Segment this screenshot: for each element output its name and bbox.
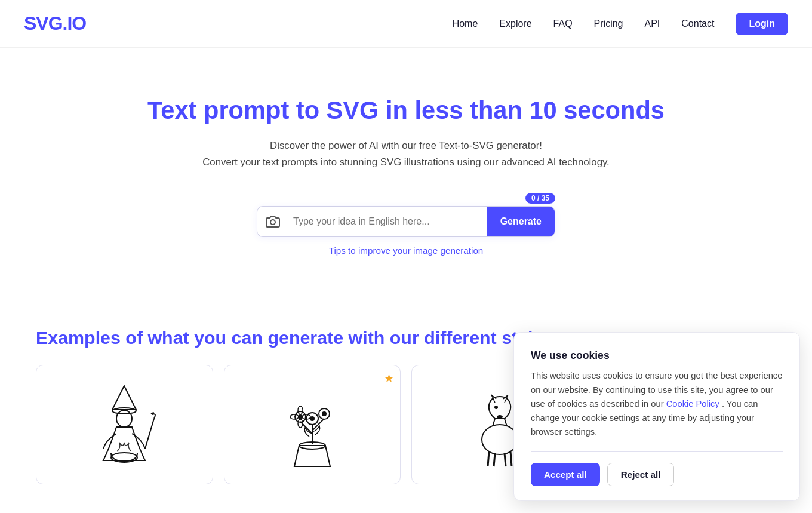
- svg-line-23: [488, 451, 489, 466]
- svg-point-22: [497, 415, 503, 419]
- reject-all-button[interactable]: Reject all: [607, 463, 675, 486]
- nav-links: Home Explore FAQ Pricing API Contact Log…: [453, 13, 788, 35]
- svg-point-20: [482, 425, 518, 454]
- site-logo[interactable]: SVG.IO: [24, 13, 86, 35]
- svg-point-16: [298, 406, 303, 414]
- svg-line-5: [145, 419, 154, 449]
- svg-line-25: [505, 453, 506, 466]
- hero-title: Text prompt to SVG in less than 10 secon…: [12, 96, 800, 125]
- nav-api[interactable]: API: [645, 19, 660, 29]
- tips-link[interactable]: Tips to improve your image generation: [329, 245, 484, 256]
- cookie-body: This website uses cookies to ensure you …: [531, 369, 783, 440]
- svg-line-24: [494, 453, 495, 466]
- generate-button[interactable]: Generate: [487, 207, 555, 236]
- example-card-witch: [36, 365, 213, 484]
- svg-point-0: [270, 220, 275, 225]
- cookie-divider: [531, 451, 783, 452]
- accept-all-button[interactable]: Accept all: [531, 463, 600, 486]
- camera-icon: [266, 214, 280, 229]
- svg-point-3: [116, 410, 132, 427]
- navbar: SVG.IO Home Explore FAQ Pricing API Cont…: [0, 0, 812, 48]
- svg-line-26: [510, 451, 512, 466]
- nav-home[interactable]: Home: [453, 19, 478, 29]
- nav-contact[interactable]: Contact: [681, 19, 714, 29]
- nav-explore[interactable]: Explore: [499, 19, 531, 29]
- login-button[interactable]: Login: [736, 13, 788, 35]
- svg-line-8: [300, 422, 312, 434]
- char-counter: 0 / 35: [525, 193, 555, 204]
- cookie-banner: We use cookies This website uses cookies…: [513, 332, 800, 501]
- svg-marker-1: [112, 386, 136, 410]
- witch-illustration: [88, 383, 160, 466]
- nav-pricing[interactable]: Pricing: [594, 19, 623, 29]
- cookie-buttons: Accept all Reject all: [531, 463, 783, 486]
- nav-faq[interactable]: FAQ: [553, 19, 573, 29]
- hero-subtitle2: Convert your text prompts into stunning …: [12, 154, 800, 171]
- cookie-policy-link[interactable]: Cookie Policy: [666, 399, 719, 408]
- cookie-title: We use cookies: [531, 349, 783, 362]
- input-box: Generate: [257, 206, 555, 237]
- flower-illustration: [276, 380, 348, 469]
- hero-section: Text prompt to SVG in less than 10 secon…: [0, 48, 812, 291]
- hero-subtitle1: Discover the power of AI with our free T…: [12, 137, 800, 155]
- example-card-flower: ★: [224, 365, 401, 484]
- svg-point-15: [322, 411, 327, 416]
- camera-button[interactable]: [257, 214, 288, 229]
- prompt-input[interactable]: [288, 207, 487, 236]
- svg-point-21: [494, 406, 498, 409]
- star-badge-flower: ★: [384, 371, 394, 385]
- generator-wrap: 0 / 35 Generate Tips to improve your ima…: [12, 193, 800, 256]
- examples-heading-plain: Examples of what you can generate with o…: [36, 327, 497, 348]
